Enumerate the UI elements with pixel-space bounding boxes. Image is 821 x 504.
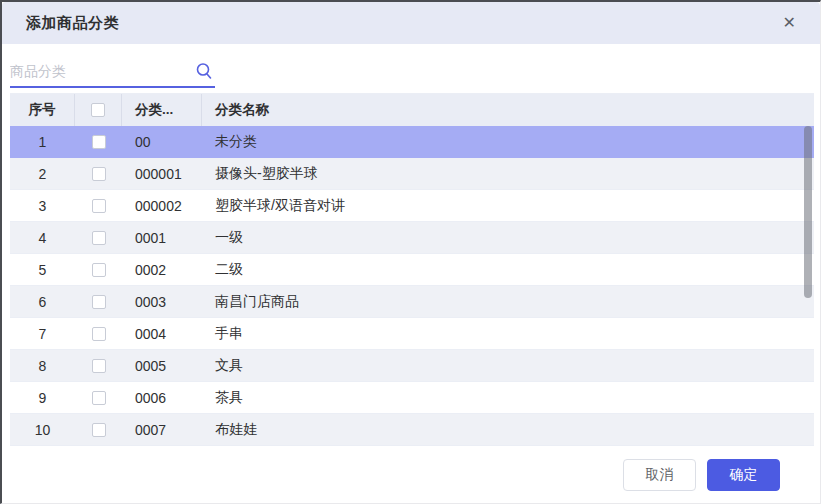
row-name-cell: 二级 <box>202 254 814 285</box>
select-all-checkbox[interactable] <box>91 103 105 117</box>
row-checkbox-cell <box>75 222 122 253</box>
row-checkbox-cell <box>75 318 122 349</box>
row-checkbox[interactable] <box>92 199 106 213</box>
row-index-cell: 10 <box>10 414 75 445</box>
row-index-cell: 1 <box>10 126 75 157</box>
row-name-cell: 茶具 <box>202 382 814 413</box>
row-name-cell: 布娃娃 <box>202 414 814 445</box>
table-row[interactable]: 2000001摄像头-塑胶半球 <box>10 158 814 190</box>
row-checkbox-cell <box>75 158 122 189</box>
table-row[interactable]: 3000002塑胶半球/双语音对讲 <box>10 190 814 222</box>
row-checkbox-cell <box>75 350 122 381</box>
row-checkbox-cell <box>75 254 122 285</box>
row-index-cell: 7 <box>10 318 75 349</box>
table-row[interactable]: 50002二级 <box>10 254 814 286</box>
table-body: 100未分类2000001摄像头-塑胶半球3000002塑胶半球/双语音对讲40… <box>10 126 814 446</box>
table-row[interactable]: 90006茶具 <box>10 382 814 414</box>
table-row[interactable]: 100未分类 <box>10 126 814 158</box>
row-index-cell: 4 <box>10 222 75 253</box>
row-code-cell: 0003 <box>122 286 202 317</box>
table-row[interactable]: 60003南昌门店商品 <box>10 286 814 318</box>
row-checkbox[interactable] <box>92 167 106 181</box>
row-name-cell: 南昌门店商品 <box>202 286 814 317</box>
column-header-name: 分类名称 <box>202 94 814 126</box>
row-code-cell: 000001 <box>122 158 202 189</box>
row-checkbox[interactable] <box>92 263 106 277</box>
search-bar <box>10 56 215 88</box>
row-checkbox[interactable] <box>92 391 106 405</box>
row-name-cell: 塑胶半球/双语音对讲 <box>202 190 814 221</box>
row-name-cell: 摄像头-塑胶半球 <box>202 158 814 189</box>
search-input[interactable] <box>10 63 193 79</box>
row-index-cell: 3 <box>10 190 75 221</box>
row-checkbox-cell <box>75 414 122 445</box>
category-table: 序号 分类... 分类名称 100未分类2000001摄像头-塑胶半球30000… <box>10 93 814 446</box>
row-name-cell: 未分类 <box>202 126 814 157</box>
dialog-title: 添加商品分类 <box>26 14 119 33</box>
table-row[interactable]: 80005文具 <box>10 350 814 382</box>
row-checkbox-cell <box>75 382 122 413</box>
row-checkbox[interactable] <box>92 327 106 341</box>
close-icon[interactable]: ✕ <box>779 13 800 33</box>
cancel-button[interactable]: 取消 <box>623 459 696 491</box>
row-checkbox[interactable] <box>92 231 106 245</box>
table-row[interactable]: 70004手串 <box>10 318 814 350</box>
confirm-button[interactable]: 确定 <box>707 459 780 491</box>
row-code-cell: 0007 <box>122 414 202 445</box>
dialog-header: 添加商品分类 ✕ <box>2 2 820 44</box>
table-row[interactable]: 100007布娃娃 <box>10 414 814 446</box>
row-name-cell: 手串 <box>202 318 814 349</box>
table-row[interactable]: 40001一级 <box>10 222 814 254</box>
row-code-cell: 0002 <box>122 254 202 285</box>
row-checkbox[interactable] <box>92 135 106 149</box>
row-index-cell: 9 <box>10 382 75 413</box>
row-name-cell: 一级 <box>202 222 814 253</box>
row-checkbox[interactable] <box>92 295 106 309</box>
row-code-cell: 0006 <box>122 382 202 413</box>
dialog-footer: 取消 确定 <box>623 459 780 491</box>
column-header-index: 序号 <box>10 94 75 126</box>
row-checkbox[interactable] <box>92 423 106 437</box>
row-index-cell: 6 <box>10 286 75 317</box>
row-code-cell: 0001 <box>122 222 202 253</box>
column-header-code: 分类... <box>122 94 202 126</box>
row-checkbox-cell <box>75 286 122 317</box>
table-scrollbar[interactable] <box>804 126 812 298</box>
row-code-cell: 0004 <box>122 318 202 349</box>
row-checkbox[interactable] <box>92 359 106 373</box>
row-checkbox-cell <box>75 190 122 221</box>
row-code-cell: 000002 <box>122 190 202 221</box>
search-icon[interactable] <box>193 60 215 82</box>
row-checkbox-cell <box>75 126 122 157</box>
row-code-cell: 0005 <box>122 350 202 381</box>
row-index-cell: 2 <box>10 158 75 189</box>
row-name-cell: 文具 <box>202 350 814 381</box>
row-index-cell: 8 <box>10 350 75 381</box>
column-header-select <box>75 94 122 126</box>
row-code-cell: 00 <box>122 126 202 157</box>
row-index-cell: 5 <box>10 254 75 285</box>
table-header-row: 序号 分类... 分类名称 <box>10 94 814 126</box>
